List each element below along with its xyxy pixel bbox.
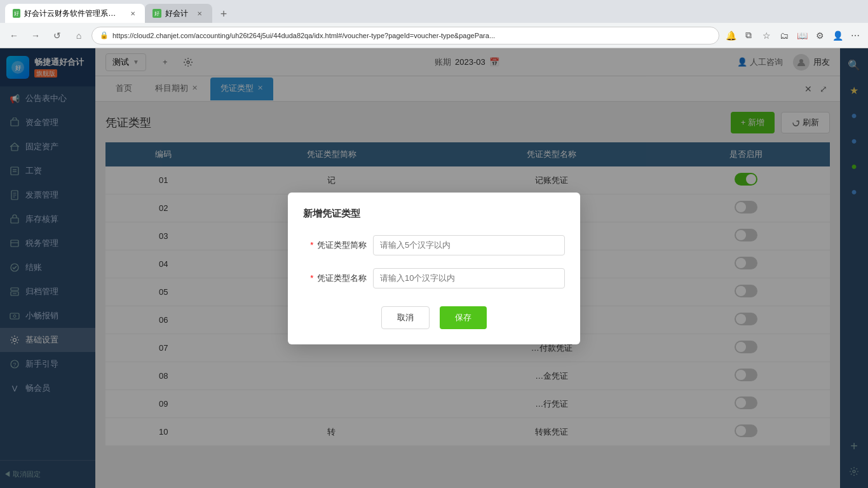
collections-btn[interactable]: 🗂 bbox=[776, 28, 792, 43]
abbr-required-mark: * bbox=[310, 240, 313, 250]
url-input[interactable]: 🔒 https://cloud2.chanjet.com/accounting/… bbox=[92, 27, 719, 44]
tab-label-1: 好会计云财务软件管理系统_会计 bbox=[24, 8, 122, 19]
modal-overlay: 新增凭证类型 * 凭证类型简称 * 凭证类型名称 取消 保存 bbox=[0, 48, 868, 488]
reading-mode-btn[interactable]: 📖 bbox=[794, 28, 810, 43]
browser-actions: 🔔 ⧉ ☆ 🗂 📖 ⚙ 👤 ⋯ bbox=[723, 28, 863, 43]
browser-tab-2[interactable]: 好 好会计 ✕ bbox=[145, 4, 212, 23]
name-required-mark: * bbox=[310, 273, 313, 283]
back-button[interactable]: ← bbox=[5, 27, 23, 44]
notifications-btn[interactable]: 🔔 bbox=[723, 28, 738, 43]
name-input[interactable] bbox=[373, 268, 565, 288]
form-row-name: * 凭证类型名称 bbox=[303, 268, 565, 288]
cancel-button[interactable]: 取消 bbox=[381, 306, 430, 329]
extensions-btn[interactable]: ⧉ bbox=[741, 28, 756, 43]
reload-button[interactable]: ↺ bbox=[48, 27, 66, 44]
url-text: https://cloud2.chanjet.com/accounting/uh… bbox=[112, 32, 495, 39]
tab-close-1[interactable]: ✕ bbox=[128, 8, 137, 18]
save-button[interactable]: 保存 bbox=[440, 306, 487, 329]
profile-btn[interactable]: 👤 bbox=[830, 28, 845, 43]
tab-label-2: 好会计 bbox=[165, 8, 188, 19]
more-btn[interactable]: ⋯ bbox=[848, 28, 863, 43]
abbr-input[interactable] bbox=[373, 235, 565, 255]
new-tab-button[interactable]: + bbox=[215, 5, 233, 23]
add-voucher-type-modal: 新增凭证类型 * 凭证类型简称 * 凭证类型名称 取消 保存 bbox=[288, 193, 580, 344]
modal-footer: 取消 保存 bbox=[303, 306, 565, 329]
home-button[interactable]: ⌂ bbox=[70, 27, 88, 44]
tab-close-2[interactable]: ✕ bbox=[194, 8, 205, 18]
favorites-btn[interactable]: ☆ bbox=[759, 28, 774, 43]
browser-tab-1[interactable]: 好 好会计云财务软件管理系统_会计 ✕ bbox=[5, 4, 145, 23]
forward-button[interactable]: → bbox=[27, 27, 44, 44]
settings-btn[interactable]: ⚙ bbox=[812, 28, 827, 43]
tab-favicon-2: 好 bbox=[153, 9, 161, 18]
abbr-label: * 凭证类型简称 bbox=[303, 240, 373, 251]
tab-favicon-1: 好 bbox=[13, 9, 20, 18]
name-label: * 凭证类型名称 bbox=[303, 273, 373, 284]
modal-title: 新增凭证类型 bbox=[303, 208, 565, 220]
browser-tab-bar: 好 好会计云财务软件管理系统_会计 ✕ 好 好会计 ✕ + bbox=[0, 0, 868, 23]
address-bar: ← → ↺ ⌂ 🔒 https://cloud2.chanjet.com/acc… bbox=[0, 23, 868, 48]
form-row-abbr: * 凭证类型简称 bbox=[303, 235, 565, 255]
